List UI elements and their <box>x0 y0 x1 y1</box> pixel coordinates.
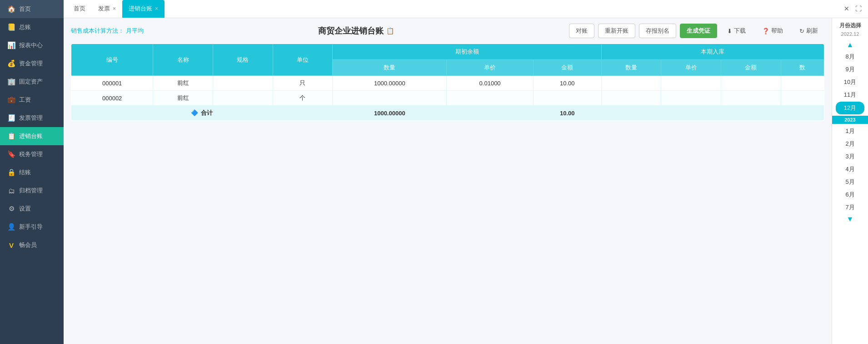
month-item-sep-2022[interactable]: 9月 <box>832 63 868 76</box>
sidebar-item-home[interactable]: 🏠 首页 <box>0 0 64 18</box>
row1-code: 000001 <box>71 76 153 91</box>
sidebar-label-purchase-sales: 进销台账 <box>19 132 43 140</box>
month-item-jul-2023[interactable]: 7月 <box>832 201 868 214</box>
maximize-window-button[interactable]: ⛶ <box>853 4 863 14</box>
archive-icon: 🗂 <box>7 187 15 195</box>
sidebar-item-assets[interactable]: 🏢 固定资产 <box>0 73 64 91</box>
purchase-sales-icon: 📋 <box>7 132 15 140</box>
total-in-extra <box>781 106 824 121</box>
help-icon: ❓ <box>762 28 769 34</box>
month-item-dec-2022[interactable]: 12月 <box>836 102 864 114</box>
home-icon: 🏠 <box>7 5 15 13</box>
invoice-mgmt-icon: 🧾 <box>7 114 15 122</box>
month-item-aug-2022[interactable]: 8月 <box>832 50 868 63</box>
sidebar-item-ledger[interactable]: 📒 总账 <box>0 18 64 36</box>
col-header-in: 本期入库 <box>601 44 824 60</box>
info-icon[interactable]: 📋 <box>386 27 394 34</box>
row1-spec <box>213 76 273 91</box>
month-item-nov-2022[interactable]: 11月 <box>832 88 868 101</box>
month-item-may-2023[interactable]: 5月 <box>832 176 868 188</box>
sidebar-item-settings[interactable]: ⚙ 设置 <box>0 200 64 218</box>
page-title: 商贸企业进销台账 📋 <box>318 25 394 36</box>
tab-home[interactable]: 首页 <box>67 0 92 18</box>
row2-spec <box>213 91 273 106</box>
tax-icon: 🔖 <box>7 150 15 158</box>
close-period-icon: 🔒 <box>7 168 15 177</box>
month-down-arrow[interactable]: ▼ <box>832 214 868 225</box>
refresh-icon: ↻ <box>799 28 804 34</box>
total-label-cell: 🔷 合计 <box>71 106 333 121</box>
col-header-name: 名称 <box>153 44 213 76</box>
sidebar-item-reports[interactable]: 📊 报表中心 <box>0 36 64 54</box>
cost-method-label: 销售成本计算方法： <box>71 27 124 34</box>
close-window-icon: ✕ <box>844 5 849 12</box>
month-item-feb-2023[interactable]: 2月 <box>832 138 868 150</box>
total-in-price <box>661 106 721 121</box>
row1-in-amount <box>721 76 781 91</box>
cost-method-value: 月平均 <box>126 27 144 34</box>
help-label: 帮助 <box>771 27 783 35</box>
sidebar-item-member[interactable]: V 畅会员 <box>0 236 64 254</box>
reconcile-button[interactable]: 对账 <box>569 24 594 38</box>
sidebar-label-salary: 工资 <box>19 96 31 104</box>
help-button[interactable]: ❓ 帮助 <box>756 24 789 38</box>
row2-opening-amount <box>533 91 601 106</box>
refresh-button[interactable]: ↻ 刷新 <box>793 24 824 38</box>
tab-home-label: 首页 <box>74 5 85 13</box>
month-item-jan-2023[interactable]: 1月 <box>832 125 868 138</box>
guide-icon: 👤 <box>7 223 15 231</box>
sidebar-label-settings: 设置 <box>19 205 31 213</box>
sidebar-item-funds[interactable]: 💰 资金管理 <box>0 54 64 73</box>
sidebar-item-guide[interactable]: 👤 新手引导 <box>0 218 64 236</box>
download-button[interactable]: ⬇ 下载 <box>721 24 752 38</box>
tab-purchase-sales[interactable]: 进销台账 × <box>122 0 165 18</box>
row2-opening-price <box>447 91 533 106</box>
sidebar-item-tax[interactable]: 🔖 税务管理 <box>0 145 64 163</box>
sidebar-label-archive: 归档管理 <box>19 187 43 195</box>
close-purchase-sales-tab-button[interactable]: × <box>155 5 158 12</box>
save-alias-button[interactable]: 存报别名 <box>639 24 676 38</box>
sidebar-item-close[interactable]: 🔒 结账 <box>0 163 64 182</box>
sidebar-item-invoice-mgmt[interactable]: 🧾 发票管理 <box>0 109 64 127</box>
row1-unit: 只 <box>273 76 333 91</box>
close-invoice-tab-button[interactable]: × <box>113 5 116 12</box>
row2-in-price <box>661 91 721 106</box>
month-selector-title: 月份选择 <box>839 22 861 29</box>
generate-voucher-button[interactable]: 生成凭证 <box>680 24 717 38</box>
reopen-button[interactable]: 重新开账 <box>598 24 635 38</box>
month-up-arrow[interactable]: ▲ <box>832 39 868 50</box>
row1-in-price <box>661 76 721 91</box>
month-item-jun-2023[interactable]: 6月 <box>832 188 868 201</box>
action-buttons: 对账 重新开账 存报别名 生成凭证 ⬇ 下载 ❓ 帮助 ↻ 刷新 <box>569 24 824 38</box>
funds-icon: 💰 <box>7 59 15 68</box>
ledger-icon: 📒 <box>7 23 15 31</box>
data-table: 编号 名称 规格 单位 期初余额 本期入库 数量 单价 金额 数量 单价 金额 <box>71 44 824 121</box>
row1-name: 前红 <box>153 76 213 91</box>
row1-opening-amount: 10.00 <box>533 76 601 91</box>
main-area: 首页 发票 × 进销台账 × ✕ ⛶ 销售成本计算方法： <box>64 0 868 344</box>
month-selector-year-2022: 2022.12 <box>841 31 859 37</box>
month-item-oct-2022[interactable]: 10月 <box>832 76 868 88</box>
col-header-spec: 规格 <box>213 44 273 76</box>
cost-method: 销售成本计算方法： 月平均 <box>71 27 144 35</box>
close-window-button[interactable]: ✕ <box>842 4 852 14</box>
reports-icon: 📊 <box>7 41 15 49</box>
month-item-mar-2023[interactable]: 3月 <box>832 150 868 163</box>
month-item-apr-2023[interactable]: 4月 <box>832 163 868 176</box>
col-header-opening: 期初余额 <box>333 44 602 60</box>
table-row: 000001 前红 只 1000.00000 0.01000 10.00 <box>71 76 824 91</box>
total-opening-amount: 10.00 <box>533 106 601 121</box>
tab-invoice[interactable]: 发票 × <box>92 0 122 18</box>
col-header-opening-price: 单价 <box>447 60 533 76</box>
sidebar-label-tax: 税务管理 <box>19 150 43 158</box>
tab-purchase-sales-label: 进销台账 <box>129 5 152 13</box>
download-icon: ⬇ <box>727 28 732 34</box>
month-selector-panel: 月份选择 2022.12 ▲ 8月 9月 10月 11月 12月 2023 1月… <box>832 18 868 344</box>
sidebar-item-salary[interactable]: 💼 工资 <box>0 91 64 109</box>
sidebar-item-archive[interactable]: 🗂 归档管理 <box>0 182 64 200</box>
row1-opening-qty: 1000.00000 <box>333 76 447 91</box>
total-icon: 🔷 <box>191 109 198 116</box>
sidebar-item-purchase-sales[interactable]: 📋 进销台账 <box>0 127 64 145</box>
sidebar-label-close: 结账 <box>19 168 31 177</box>
settings-icon: ⚙ <box>7 205 15 213</box>
